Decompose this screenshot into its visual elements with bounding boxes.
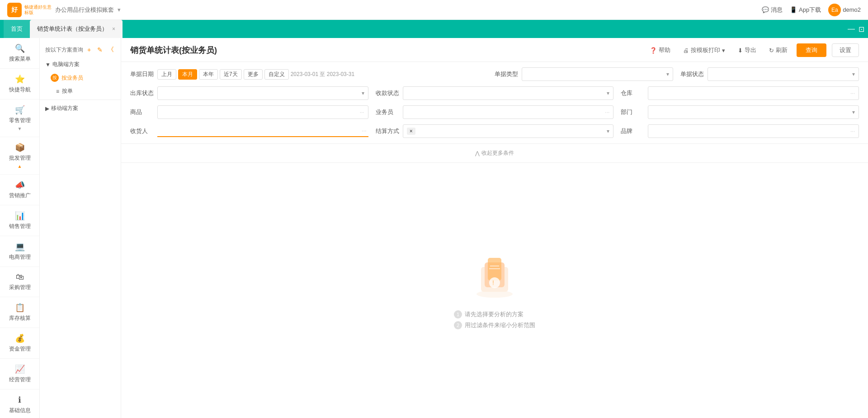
message-btn[interactable]: 💬 消息 — [762, 6, 783, 14]
scheme-sidebar: 按以下方案查询 + ✎ 《 ▼ 电脑端方案 按 按业务员 ≡ 按单 — [40, 38, 121, 418]
print-icon: 🖨 — [683, 47, 689, 54]
user-menu[interactable]: Ea demo2 — [828, 4, 861, 16]
filter-doc-status: 单据状态 ▾ — [680, 67, 859, 81]
doc-status-control[interactable]: ▾ — [708, 67, 859, 81]
sidebar-label-retail: 零售管理 — [9, 117, 31, 124]
tab-close-btn[interactable]: × — [112, 26, 115, 32]
star-icon: ⭐ — [15, 74, 25, 84]
filter-recv-status: 收款状态 ▾ — [376, 86, 614, 100]
staff-select[interactable]: ··· — [403, 105, 614, 119]
dept-control[interactable]: ▾ — [648, 105, 859, 119]
goods-select[interactable]: ··· — [157, 105, 368, 119]
sidebar-item-marketing[interactable]: 📣 营销推广 — [0, 175, 39, 205]
help-label: 帮助 — [659, 46, 670, 54]
brand-control[interactable]: ··· — [648, 124, 859, 138]
date-last-month[interactable]: 上月 — [157, 69, 176, 80]
doc-status-select[interactable]: ▾ — [708, 67, 859, 81]
help-btn[interactable]: ❓ 帮助 — [646, 44, 674, 56]
sidebar-item-ecommerce[interactable]: 💻 电商管理 — [0, 236, 39, 267]
doc-type-chevron: ▾ — [666, 71, 669, 77]
sidebar-item-operations[interactable]: 📈 经营管理 — [0, 359, 39, 390]
recv-status-select[interactable]: ▾ — [403, 86, 614, 100]
staff-label: 业务员 — [376, 108, 399, 116]
sidebar-item-purchase[interactable]: 🛍 采购管理 — [0, 267, 39, 297]
date-this-month[interactable]: 本月 — [178, 69, 197, 80]
goods-control[interactable]: ··· — [157, 105, 368, 119]
inventory-icon: 📋 — [15, 303, 25, 313]
refresh-btn[interactable]: ↻ 刷新 — [765, 44, 791, 56]
tab-active[interactable]: 销货单统计表（按业务员） × — [30, 20, 123, 38]
sidebar-item-retail[interactable]: 🛒 零售管理 ▼ — [0, 100, 39, 137]
consignee-control[interactable]: ··· — [157, 125, 368, 137]
filter-area: 单据日期 上月 本月 本年 近7天 更多 自定义 2023-03-01 至 20… — [121, 62, 868, 144]
scheme-mobile-group-header[interactable]: ▶ 移动端方案 — [40, 102, 121, 115]
query-btn[interactable]: 查询 — [797, 43, 826, 57]
sidebar-item-wholesale[interactable]: 📦 批发管理 ▲ — [0, 137, 39, 175]
date-more[interactable]: 更多 — [244, 69, 263, 80]
staff-control[interactable]: ··· — [403, 105, 614, 119]
doc-type-control[interactable]: ▾ — [522, 67, 673, 81]
date-this-year[interactable]: 本年 — [199, 69, 218, 80]
out-status-label: 出库状态 — [130, 89, 154, 97]
print-btn[interactable]: 🖨 按模板打印 ▾ — [679, 44, 729, 56]
date-last-7[interactable]: 近7天 — [220, 69, 242, 80]
sidebar-item-sales[interactable]: 📊 销售管理 — [0, 205, 39, 236]
filter-out-status: 出库状态 ▾ — [130, 86, 368, 100]
filter-doc-type: 单据类型 ▾ — [495, 67, 673, 81]
svg-text:!: ! — [492, 279, 494, 286]
mobile-group-expand-icon: ▶ — [45, 105, 49, 112]
scheme-header-actions: + ✎ 《 — [85, 45, 115, 54]
tab-home[interactable]: 首页 — [4, 20, 30, 38]
top-bar-left: 好 畅捷通好生意 标版 办公用品行业模拟账套 ▾ — [7, 3, 121, 17]
app-download-btn[interactable]: 📱 App下载 — [790, 6, 821, 14]
dropdown-icon[interactable]: ▾ — [118, 6, 121, 13]
active-tab-label: 销货单统计表（按业务员） — [37, 25, 108, 33]
out-status-control[interactable]: ▾ — [157, 86, 368, 100]
refresh-label: 刷新 — [776, 46, 788, 54]
warehouse-select[interactable]: ··· — [648, 86, 859, 100]
sidebar-label-finance: 资金管理 — [9, 345, 31, 353]
maximize-btn[interactable]: ⊡ — [859, 25, 864, 33]
settings-btn[interactable]: 设置 — [832, 43, 859, 57]
filter-dept: 部门 ▾ — [621, 105, 859, 119]
filter-staff: 业务员 ··· — [376, 105, 614, 119]
order-icon: ≡ — [56, 88, 59, 95]
sidebar-item-basic[interactable]: ℹ 基础信息 — [0, 390, 39, 418]
filter-brand: 品牌 ··· — [621, 124, 859, 138]
collapse-btn[interactable]: ⋀ 收起更多条件 — [470, 147, 519, 159]
payment-control[interactable]: × ▾ — [403, 124, 614, 138]
dept-select[interactable]: ▾ — [648, 105, 859, 119]
recv-status-control[interactable]: ▾ — [403, 86, 614, 100]
scheme-mobile-group: ▶ 移动端方案 — [40, 102, 121, 115]
sidebar-item-search[interactable]: 🔍 搜索菜单 — [0, 38, 39, 69]
doc-type-select[interactable]: ▾ — [522, 67, 673, 81]
export-btn[interactable]: ⬇ 导出 — [734, 44, 760, 56]
scheme-pc-group-header[interactable]: ▼ 电脑端方案 — [40, 58, 121, 71]
filter-consignee: 收货人 ··· — [130, 125, 368, 137]
payment-tag-close-icon[interactable]: × — [410, 128, 413, 134]
scheme-item-bystaff[interactable]: 按 按业务员 — [40, 71, 121, 85]
minimize-btn[interactable]: — — [848, 25, 855, 33]
sidebar-item-finance[interactable]: 💰 资金管理 — [0, 328, 39, 359]
logo-area: 好 畅捷通好生意 标版 — [7, 3, 52, 17]
retail-icon: 🛒 — [15, 105, 25, 115]
out-status-select[interactable]: ▾ — [157, 86, 368, 100]
avatar: Ea — [828, 4, 841, 16]
scheme-edit-btn[interactable]: ✎ — [95, 45, 104, 54]
payment-chevron: ▾ — [607, 128, 609, 134]
sidebar-item-quicknav[interactable]: ⭐ 快捷导航 — [0, 69, 39, 100]
brand-select[interactable]: ··· — [648, 124, 859, 138]
warehouse-control[interactable]: ··· — [648, 86, 859, 100]
filter-payment: 结算方式 × ▾ — [376, 124, 614, 138]
dept-chevron: ▾ — [852, 109, 855, 115]
consignee-input[interactable] — [157, 125, 368, 137]
message-label: 消息 — [771, 6, 783, 14]
scheme-collapse-btn[interactable]: 《 — [106, 45, 115, 54]
sidebar-item-inventory[interactable]: 📋 库存核算 — [0, 297, 39, 328]
scheme-item-byorder[interactable]: ≡ 按单 — [40, 85, 121, 98]
scheme-add-btn[interactable]: + — [85, 45, 94, 54]
export-label: 导出 — [745, 46, 756, 54]
scheme-header-title: 按以下方案查询 — [45, 46, 83, 54]
payment-select[interactable]: × ▾ — [403, 124, 614, 138]
date-custom[interactable]: 自定义 — [264, 69, 289, 80]
